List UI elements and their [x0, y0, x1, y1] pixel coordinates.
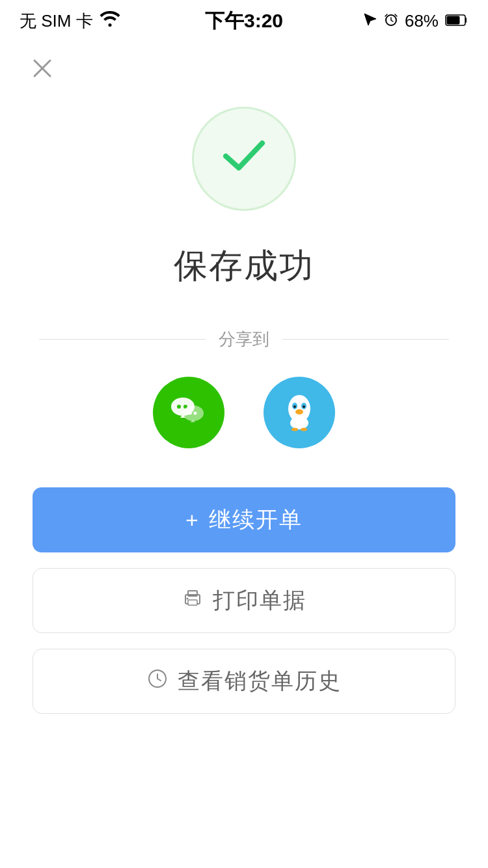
share-icons-row [153, 377, 335, 448]
share-section: 分享到 [0, 328, 488, 448]
checkmark-icon [218, 129, 270, 189]
status-bar: 无 SIM 卡 下午3:20 68% [0, 0, 488, 42]
share-divider: 分享到 [0, 328, 488, 351]
print-label: 打印单据 [213, 586, 306, 616]
success-title: 保存成功 [174, 243, 314, 289]
svg-point-11 [194, 412, 197, 415]
plus-icon: + [185, 508, 200, 533]
status-time: 下午3:20 [205, 8, 283, 34]
divider-right [282, 339, 449, 340]
svg-rect-23 [188, 600, 197, 605]
actions-section: + 继续开单 打印单据 查看销货单历史 [0, 487, 488, 714]
svg-point-20 [301, 428, 307, 431]
svg-point-19 [291, 428, 298, 431]
svg-point-18 [290, 416, 308, 429]
continue-button[interactable]: + 继续开单 [33, 487, 455, 552]
status-right: 68% [363, 11, 468, 31]
svg-point-10 [189, 412, 192, 415]
print-button[interactable]: 打印单据 [33, 568, 455, 633]
history-label: 查看销货单历史 [178, 666, 342, 696]
success-icon-circle [192, 107, 296, 211]
history-icon [146, 668, 169, 695]
wifi-icon [100, 10, 120, 32]
share-label: 分享到 [206, 328, 282, 351]
battery-label: 68% [405, 11, 439, 31]
continue-label: 继续开单 [209, 505, 303, 535]
svg-point-9 [183, 405, 204, 421]
print-icon [182, 587, 204, 614]
wechat-share-button[interactable] [153, 377, 224, 448]
svg-rect-2 [447, 16, 460, 24]
svg-point-24 [187, 598, 189, 600]
status-left: 无 SIM 卡 [20, 10, 120, 33]
alarm-icon [384, 11, 398, 31]
battery-icon [445, 11, 468, 31]
no-sim-label: 无 SIM 卡 [20, 10, 93, 33]
main-content: 保存成功 分享到 [0, 42, 488, 714]
svg-point-16 [303, 405, 305, 408]
svg-point-7 [177, 405, 181, 409]
history-button[interactable]: 查看销货单历史 [33, 649, 455, 714]
qq-share-button[interactable] [264, 377, 335, 448]
location-icon [363, 11, 377, 31]
close-button[interactable] [26, 52, 59, 85]
divider-left [39, 339, 206, 340]
svg-point-15 [293, 405, 296, 408]
svg-point-17 [295, 409, 303, 414]
